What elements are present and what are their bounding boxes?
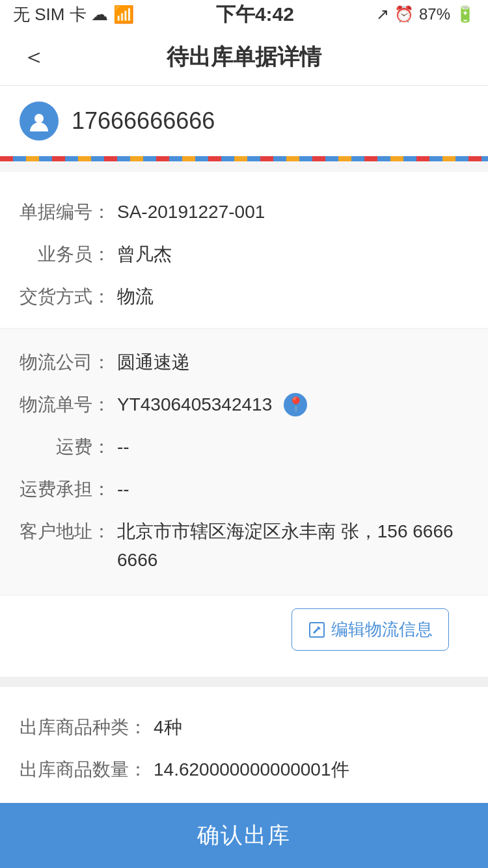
salesman-value: 曾凡杰 bbox=[111, 240, 468, 269]
goods-quantity-label: 出库商品数量： bbox=[20, 755, 147, 785]
customer-header: 17666666666 bbox=[0, 86, 488, 156]
document-value: SA-20191227-001 bbox=[111, 198, 468, 227]
goods-types-value: 4种 bbox=[147, 713, 468, 742]
address-label: 客户地址： bbox=[20, 517, 111, 547]
tracking-label: 物流单号： bbox=[20, 390, 111, 420]
goods-types-row: 出库商品种类： 4种 bbox=[0, 707, 488, 749]
freight-value: -- bbox=[111, 433, 468, 462]
page-title: 待出库单据详情 bbox=[167, 42, 321, 72]
confirm-outbound-button[interactable]: 确认出库 bbox=[0, 803, 488, 868]
document-row: 单据编号： SA-20191227-001 bbox=[0, 191, 488, 234]
confirm-label: 确认出库 bbox=[197, 821, 291, 850]
dashed-divider bbox=[0, 156, 488, 161]
location-active-icon: ↗ bbox=[376, 5, 389, 23]
document-label: 单据编号： bbox=[20, 198, 111, 227]
delivery-label: 交货方式： bbox=[20, 282, 111, 312]
tracking-value: YT4306405342413 bbox=[111, 390, 468, 420]
delivery-value: 物流 bbox=[111, 282, 468, 312]
company-value: 圆通速递 bbox=[111, 348, 468, 377]
edit-logistics-button[interactable]: 编辑物流信息 bbox=[291, 608, 449, 651]
wifi-icon: 📶 bbox=[113, 5, 134, 25]
back-icon: ＜ bbox=[22, 43, 46, 70]
map-location-icon[interactable] bbox=[284, 393, 307, 416]
goods-types-label: 出库商品种类： bbox=[20, 713, 147, 742]
salesman-label: 业务员： bbox=[20, 240, 111, 269]
delivery-row: 交货方式： 物流 bbox=[0, 276, 488, 318]
freight-bear-label: 运费承担： bbox=[20, 475, 111, 504]
company-label: 物流公司： bbox=[20, 348, 111, 377]
logistics-card: 物流公司： 圆通速递 物流单号： YT4306405342413 运费： -- … bbox=[0, 328, 488, 595]
salesman-row: 业务员： 曾凡杰 bbox=[0, 234, 488, 276]
freight-bear-row: 运费承担： -- bbox=[0, 468, 488, 511]
battery-icon: 🔋 bbox=[455, 5, 475, 23]
goods-quantity-value: 14.620000000000001件 bbox=[147, 755, 468, 785]
back-button[interactable]: ＜ bbox=[16, 34, 52, 79]
freight-bear-value: -- bbox=[111, 475, 468, 504]
goods-quantity-row: 出库商品数量： 14.620000000000001件 bbox=[0, 749, 488, 791]
customer-phone: 17666666666 bbox=[72, 107, 215, 135]
freight-row: 运费： -- bbox=[0, 426, 488, 468]
address-value: 北京市市辖区海淀区永丰南 张，156 6666 6666 bbox=[111, 517, 468, 576]
company-row: 物流公司： 圆通速递 bbox=[0, 342, 488, 384]
edit-logistics-label: 编辑物流信息 bbox=[331, 618, 433, 641]
status-right: ↗ ⏰ 87% 🔋 bbox=[376, 5, 475, 23]
address-row: 客户地址： 北京市市辖区海淀区永丰南 张，156 6666 6666 bbox=[0, 511, 488, 582]
status-bar: 无 SIM 卡 ☁ 📶 下午4:42 ↗ ⏰ 87% 🔋 bbox=[0, 0, 488, 29]
sim-status: 无 SIM 卡 ☁ bbox=[13, 3, 108, 26]
edit-btn-row: 编辑物流信息 bbox=[0, 595, 488, 657]
avatar bbox=[20, 102, 59, 141]
tracking-row: 物流单号： YT4306405342413 bbox=[0, 384, 488, 426]
status-time: 下午4:42 bbox=[216, 1, 294, 28]
basic-info-section: 单据编号： SA-20191227-001 业务员： 曾凡杰 交货方式： 物流 … bbox=[0, 172, 488, 677]
battery-percent: 87% bbox=[419, 5, 450, 23]
svg-point-0 bbox=[34, 114, 44, 123]
nav-bar: ＜ 待出库单据详情 bbox=[0, 29, 488, 86]
section-gap-1 bbox=[0, 677, 488, 687]
freight-label: 运费： bbox=[20, 433, 111, 462]
alarm-icon: ⏰ bbox=[394, 5, 414, 23]
status-left: 无 SIM 卡 ☁ 📶 bbox=[13, 3, 134, 26]
